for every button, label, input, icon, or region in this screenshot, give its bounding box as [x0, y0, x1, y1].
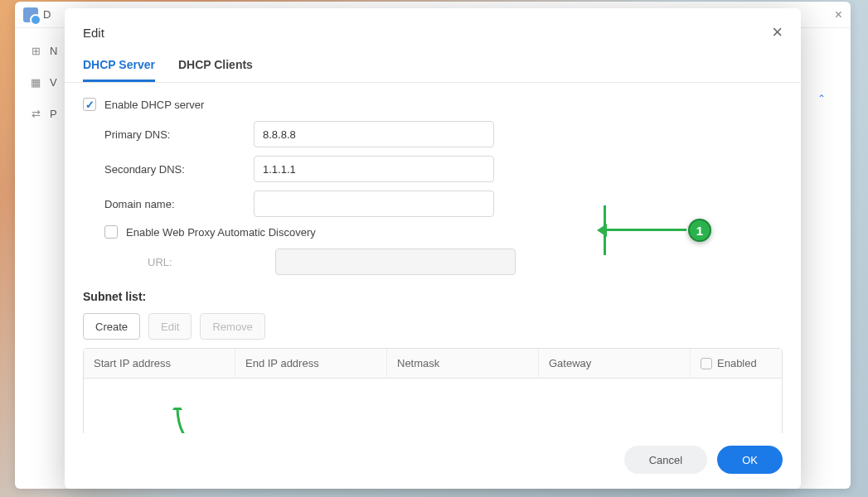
primary-dns-input[interactable] — [254, 121, 494, 147]
edit-modal: Edit × DHCP Server DHCP Clients Enable D… — [65, 8, 801, 489]
url-input — [275, 248, 516, 275]
remove-button: Remove — [200, 313, 264, 340]
modal-footer: Cancel OK — [65, 433, 801, 489]
tab-dhcp-clients[interactable]: DHCP Clients — [178, 50, 253, 82]
close-icon[interactable]: × — [772, 23, 783, 41]
modal-header: Edit × — [65, 8, 801, 50]
edit-button: Edit — [148, 313, 192, 340]
enable-dhcp-label: Enable DHCP server — [104, 99, 204, 111]
subnet-button-row: Create Edit Remove — [83, 313, 783, 340]
subnet-list-heading: Subnet list: — [83, 290, 783, 303]
table-header: Start IP address End IP address Netmask … — [84, 349, 782, 379]
secondary-dns-input[interactable] — [254, 156, 494, 182]
enabled-header-checkbox[interactable] — [701, 358, 712, 369]
modal-overlay: Edit × DHCP Server DHCP Clients Enable D… — [0, 0, 868, 497]
col-netmask[interactable]: Netmask — [387, 349, 539, 378]
tab-dhcp-server[interactable]: DHCP Server — [83, 50, 155, 82]
domain-name-label: Domain name: — [104, 198, 254, 210]
enable-dhcp-checkbox[interactable] — [83, 98, 96, 111]
enable-wpad-checkbox[interactable] — [104, 225, 118, 239]
col-enabled[interactable]: Enabled — [691, 349, 782, 378]
subnet-table: Start IP address End IP address Netmask … — [83, 348, 783, 433]
col-end-ip[interactable]: End IP address — [235, 349, 387, 378]
secondary-dns-label: Secondary DNS: — [104, 163, 254, 176]
create-button[interactable]: Create — [83, 313, 140, 340]
col-start-ip[interactable]: Start IP address — [84, 349, 235, 378]
tab-bar: DHCP Server DHCP Clients — [65, 50, 801, 83]
modal-title: Edit — [83, 26, 104, 40]
domain-name-input[interactable] — [254, 191, 494, 217]
modal-content: Enable DHCP server Primary DNS: Secondar… — [65, 83, 801, 433]
cancel-button[interactable]: Cancel — [624, 446, 707, 474]
col-enabled-label: Enabled — [717, 357, 757, 369]
col-gateway[interactable]: Gateway — [539, 349, 691, 378]
enable-wpad-label: Enable Web Proxy Automatic Discovery — [126, 226, 316, 239]
ok-button[interactable]: OK — [717, 446, 783, 474]
url-label: URL: — [148, 256, 275, 268]
primary-dns-label: Primary DNS: — [104, 128, 254, 141]
